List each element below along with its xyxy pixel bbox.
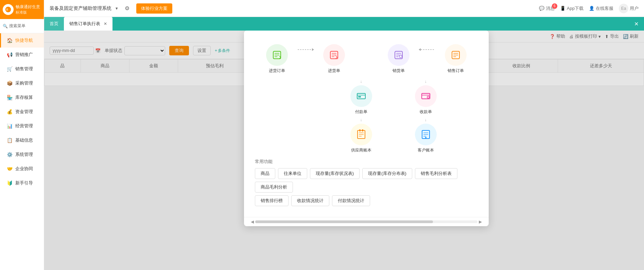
topbar-right: 💬 消息 6 📱 App下载 👤 在线客服 Ea 用户 xyxy=(539,4,639,13)
common-functions-buttons-row2: 销售排行榜 收款情况统计 付款情况统计 xyxy=(255,195,478,206)
svg-rect-34 xyxy=(362,129,363,131)
flow-node-customer-account[interactable]: 客户账本 xyxy=(407,124,445,153)
finance-icon: 💰 xyxy=(6,109,13,115)
sidebar: B 畅康通好生意 标准版 🔍 搜索菜单 🏠 快捷导航 📢 营销推广 xyxy=(0,0,44,270)
purchase-bill-icon xyxy=(323,44,345,66)
guide-icon: 🔰 xyxy=(6,180,13,186)
sidebar-nav: 🏠 快捷导航 📢 营销推广 🛒 销售管理 📦 采购管理 🏪 库存核算 💰 xyxy=(0,33,44,270)
common-btn-1[interactable]: 往来单位 xyxy=(278,168,307,179)
tab-home[interactable]: 首页 xyxy=(44,17,64,31)
tabbar: 首页 销售订单执行表 ✕ ✕ xyxy=(44,17,644,31)
payment-bill-icon xyxy=(350,85,372,107)
svg-marker-18 xyxy=(419,48,421,51)
marketing-icon: 📢 xyxy=(6,52,13,58)
quick-nav-icon: 🏠 xyxy=(6,37,13,43)
home-tab-label: 首页 xyxy=(50,21,58,27)
arrow-purchase-order-to-bill xyxy=(296,39,315,53)
main-area: 装备及固定资产辅助管理系统 ▾ ⚙ 体验行业方案 💬 消息 6 📱 App下载 … xyxy=(44,0,644,270)
flow-node-purchase-bill[interactable]: 进货单 xyxy=(315,44,353,74)
search-menu-button[interactable]: 🔍 搜索菜单 xyxy=(3,22,41,30)
svg-point-16 xyxy=(399,55,402,58)
operations-icon: 📊 xyxy=(6,123,13,129)
tab-close-button[interactable]: ✕ xyxy=(104,21,107,26)
common-btn-2[interactable]: 现存量(库存状况表) xyxy=(310,168,360,179)
sidebar-item-system[interactable]: ⚙️ 系统管理 xyxy=(0,147,44,162)
flow-node-sales-order[interactable]: 销售订单 xyxy=(437,44,474,74)
common-functions-buttons: 商品 往来单位 现存量(库存状况表) 现存量(库存分布表) 销售毛利分析表 商品… xyxy=(255,168,478,193)
purchase-order-icon xyxy=(266,44,288,66)
system-icon: ⚙️ xyxy=(6,151,13,158)
sidebar-search-area: 🔍 搜索菜单 xyxy=(0,19,44,33)
common-btn-5[interactable]: 商品毛利分析 xyxy=(255,182,293,193)
modal-scrollbar: ◀ ▶ xyxy=(244,217,489,226)
search-icon: 🔍 xyxy=(3,24,8,29)
modal-inner: 进货订单 xyxy=(244,31,489,217)
scrollbar-track[interactable] xyxy=(255,220,477,223)
flow-node-supplier-account[interactable]: 供应商账本 xyxy=(343,124,380,153)
common-btn-6[interactable]: 销售排行榜 xyxy=(255,195,289,206)
sidebar-item-marketing[interactable]: 📢 营销推广 xyxy=(0,48,44,62)
common-btn-8[interactable]: 付款情况统计 xyxy=(332,195,370,206)
common-btn-3[interactable]: 现存量(库存分布表) xyxy=(362,168,412,179)
common-functions-title: 常用功能 xyxy=(255,159,478,165)
svg-text:B: B xyxy=(6,8,8,11)
sidebar-item-enterprise[interactable]: 🤝 企业协同 xyxy=(0,162,44,176)
sidebar-item-purchase[interactable]: 📦 采购管理 xyxy=(0,76,44,90)
message-icon: 💬 xyxy=(539,6,544,11)
supplier-account-icon xyxy=(350,124,372,145)
receipt-bill-icon xyxy=(415,85,437,107)
logo-text: 畅康通好生意 标准版 xyxy=(16,4,40,15)
arrow-sales-order-to-bill xyxy=(417,39,437,53)
scrollbar-left-btn[interactable]: ◀ xyxy=(249,219,255,224)
svg-point-28 xyxy=(427,96,429,98)
svg-point-39 xyxy=(425,137,427,138)
message-button[interactable]: 💬 消息 6 xyxy=(539,5,555,12)
flow-node-purchase-order[interactable]: 进货订单 xyxy=(258,44,296,74)
app-download-icon: 📱 xyxy=(560,6,565,11)
common-btn-4[interactable]: 销售毛利分析表 xyxy=(415,168,457,179)
modal-overlay[interactable]: 进货订单 xyxy=(44,31,644,270)
app-download-button[interactable]: 📱 App下载 xyxy=(560,5,584,12)
sidebar-item-sales[interactable]: 🛒 销售管理 xyxy=(0,62,44,76)
sales-order-tab-label: 销售订单执行表 xyxy=(69,21,100,27)
sidebar-item-operations[interactable]: 📊 经营管理 xyxy=(0,119,44,133)
sales-bill-icon xyxy=(388,44,410,66)
svg-rect-33 xyxy=(359,129,361,131)
settings-icon[interactable]: ⚙ xyxy=(125,5,129,12)
system-dropdown-icon[interactable]: ▾ xyxy=(116,6,118,11)
app-logo[interactable]: B 畅康通好生意 标准版 xyxy=(0,0,44,19)
try-solution-button[interactable]: 体验行业方案 xyxy=(136,3,172,14)
scrollbar-thumb[interactable] xyxy=(255,220,433,223)
customer-account-icon xyxy=(415,124,437,145)
flow-node-sales-bill[interactable]: 销货单 xyxy=(380,44,417,74)
system-name-text: 装备及固定资产辅助管理系统 xyxy=(50,5,111,12)
user-avatar: Ea xyxy=(619,4,628,13)
sales-icon: 🛒 xyxy=(6,66,13,72)
scrollbar-right-btn[interactable]: ▶ xyxy=(477,219,483,224)
sidebar-item-finance[interactable]: 💰 资金管理 xyxy=(0,105,44,119)
svg-marker-7 xyxy=(312,48,314,51)
close-all-tabs-button[interactable]: ✕ xyxy=(629,21,644,27)
online-service-icon: 👤 xyxy=(589,6,594,11)
common-btn-0[interactable]: 商品 xyxy=(255,168,275,179)
svg-rect-25 xyxy=(358,96,361,97)
purchase-icon: 📦 xyxy=(6,80,13,86)
quick-nav-modal: 进货订单 xyxy=(244,31,489,226)
inventory-icon: 🏪 xyxy=(6,94,13,101)
tab-sales-order[interactable]: 销售订单执行表 ✕ xyxy=(64,17,112,31)
sidebar-item-guide[interactable]: 🔰 新手引导 xyxy=(0,176,44,190)
enterprise-icon: 🤝 xyxy=(6,166,13,172)
topbar: 装备及固定资产辅助管理系统 ▾ ⚙ 体验行业方案 💬 消息 6 📱 App下载 … xyxy=(44,0,644,17)
sidebar-item-inventory[interactable]: 🏪 库存核算 xyxy=(0,90,44,105)
flow-node-payment-bill[interactable]: 付款单 xyxy=(343,85,380,115)
user-menu-button[interactable]: Ea 用户 xyxy=(619,4,639,13)
sidebar-item-quick-nav[interactable]: 🏠 快捷导航 xyxy=(0,33,44,48)
svg-rect-23 xyxy=(357,93,365,99)
common-btn-7[interactable]: 收款情况统计 xyxy=(291,195,329,206)
sales-order-icon xyxy=(445,44,467,66)
flow-node-receipt-bill[interactable]: 收款单 xyxy=(407,85,445,115)
sidebar-item-base-info[interactable]: 📋 基础信息 xyxy=(0,133,44,147)
message-badge: 6 xyxy=(552,3,557,9)
online-service-button[interactable]: 👤 在线客服 xyxy=(589,5,613,12)
base-info-icon: 📋 xyxy=(6,137,13,143)
